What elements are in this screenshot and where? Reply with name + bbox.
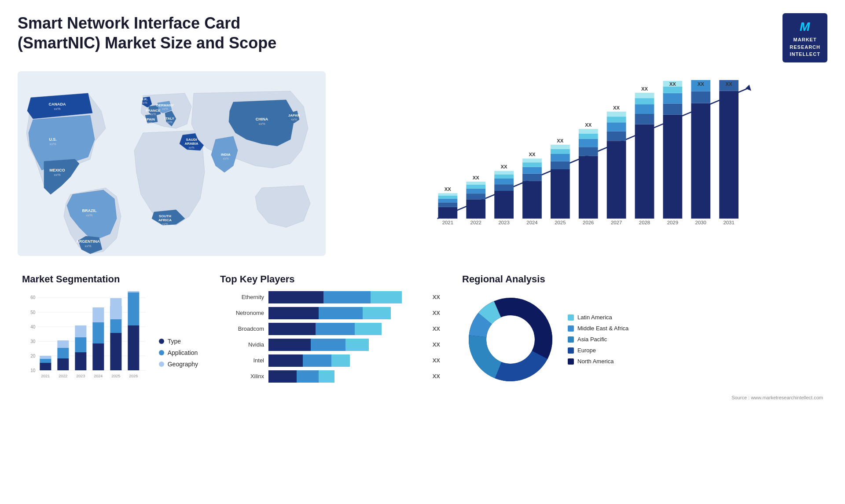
top-row: CANADA xx% U.S. xx% MEXICO xx% BRAZIL xx… [18,71,827,256]
svg-text:xx%: xx% [84,244,91,248]
svg-text:XX: XX [726,81,733,87]
svg-text:ARABIA: ARABIA [184,142,198,146]
svg-rect-127 [75,325,86,337]
player-name: Xilinx [220,373,264,380]
seg-chart-wrapper: 60 50 40 30 20 10 [22,291,198,381]
svg-text:2022: 2022 [470,220,481,225]
europe-dot [568,347,574,354]
svg-rect-131 [110,333,121,370]
svg-rect-66 [551,149,570,153]
world-map-svg: CANADA xx% U.S. xx% MEXICO xx% BRAZIL xx… [18,71,326,256]
svg-rect-56 [522,181,542,219]
svg-rect-119 [40,363,51,370]
svg-text:JAPAN: JAPAN [288,113,300,117]
player-xx: XX [433,341,440,348]
player-name: Netronome [220,310,264,316]
player-bar [268,370,426,383]
latin-dot [568,314,574,321]
svg-rect-87 [635,98,654,104]
svg-text:XX: XX [698,81,705,87]
bottom-row: Market Segmentation 60 50 40 30 20 10 [18,269,827,405]
svg-rect-121 [40,356,51,359]
player-xx: XX [433,294,440,300]
bar-seg-2 [311,339,345,351]
svg-text:2021: 2021 [41,374,50,378]
players-title: Top Key Players [220,274,440,285]
logo-line2: RESEARCH [790,44,820,51]
segmentation-section: Market Segmentation 60 50 40 30 20 10 [18,269,202,405]
svg-text:xx%: xx% [54,173,60,177]
svg-text:2028: 2028 [639,220,650,225]
svg-rect-129 [92,322,104,343]
svg-text:2027: 2027 [611,220,622,225]
legend-type: Type [159,338,198,345]
players-section: Top Key Players Ethernity XX Netronome [216,269,445,405]
svg-rect-36 [438,202,458,207]
player-bar [268,323,426,335]
donut-svg [462,291,559,388]
svg-rect-39 [438,193,458,195]
svg-text:xx%: xx% [258,122,265,126]
bar-seg-1 [268,307,319,319]
svg-text:GERMANY: GERMANY [156,103,175,107]
svg-text:2021: 2021 [442,220,453,225]
svg-text:FRANCE: FRANCE [146,109,161,113]
svg-rect-93 [663,93,683,103]
svg-text:XX: XX [501,164,508,169]
reg-latin-america: Latin America [568,314,628,321]
svg-text:CHINA: CHINA [256,117,268,121]
svg-text:xx%: xx% [188,146,194,149]
player-row-intel: Intel XX [220,354,440,367]
svg-rect-130 [92,307,104,322]
svg-rect-57 [522,173,542,181]
bar-seg-3 [331,354,350,367]
svg-rect-98 [691,91,710,103]
svg-text:2023: 2023 [76,374,85,378]
svg-rect-44 [466,188,485,193]
europe-label: Europe [577,347,596,354]
svg-rect-65 [551,154,570,161]
seg-legend: Type Application Geography [159,338,198,381]
svg-text:XX: XX [613,105,620,110]
bar-seg-3 [319,370,334,383]
svg-text:SOUTH: SOUTH [159,214,171,218]
svg-text:60: 60 [30,295,36,300]
svg-text:CANADA: CANADA [49,102,66,106]
svg-text:20: 20 [30,354,36,358]
svg-text:SPAIN: SPAIN [144,117,155,121]
latin-label: Latin America [577,314,612,321]
asia-dot [568,336,574,343]
svg-text:XX: XX [641,86,648,91]
mea-dot [568,325,574,332]
player-bar [268,354,426,367]
page-title: Smart Network Interface Card (SmartNIC) … [18,13,326,53]
svg-text:U.S.: U.S. [49,137,57,142]
svg-text:xx%: xx% [291,118,297,121]
svg-rect-81 [607,111,626,116]
svg-rect-60 [522,158,542,162]
svg-text:xx%: xx% [54,107,60,111]
svg-rect-58 [522,167,542,173]
svg-text:2025: 2025 [555,220,566,225]
bar-seg-1 [268,291,323,303]
regional-title: Regional Analysis [462,274,823,285]
svg-rect-97 [691,103,710,219]
logo-box: M MARKET RESEARCH INTELLECT [783,13,827,62]
player-name: Intel [220,357,264,364]
svg-text:2023: 2023 [498,220,509,225]
regional-section: Regional Analysis [458,269,827,405]
svg-rect-124 [57,340,69,348]
svg-rect-73 [579,133,598,139]
svg-rect-78 [607,131,626,141]
svg-text:xx%: xx% [141,101,147,104]
svg-rect-49 [494,191,514,219]
svg-rect-37 [438,198,458,202]
svg-text:XX: XX [669,81,676,87]
svg-text:XX: XX [445,186,452,192]
svg-text:xx%: xx% [166,121,172,124]
svg-text:xx%: xx% [162,223,168,226]
reg-north-america: North America [568,358,628,365]
svg-rect-74 [579,129,598,134]
svg-rect-88 [635,92,654,98]
svg-rect-92 [663,103,683,114]
